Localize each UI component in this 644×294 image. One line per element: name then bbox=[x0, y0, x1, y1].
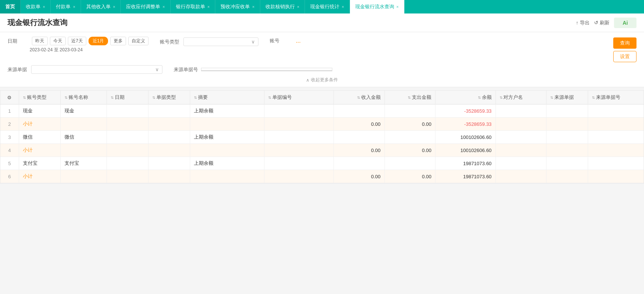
close-icon[interactable]: × bbox=[207, 4, 210, 9]
cell-doc-no bbox=[264, 157, 333, 170]
nav-item-4[interactable]: 银行存取款单 × bbox=[171, 0, 215, 13]
th-date[interactable]: ⇅ 日期 bbox=[107, 91, 149, 104]
th-expense[interactable]: ⇅ 支出金额 bbox=[384, 91, 435, 104]
cell-acct-type: 小计 bbox=[19, 118, 60, 131]
th-counterparty[interactable]: ⇅ 对方户名 bbox=[495, 91, 546, 104]
nav-item-1[interactable]: 付款单 × bbox=[51, 0, 81, 13]
cell-doc-no bbox=[264, 170, 333, 183]
table-row[interactable]: 2 小计 0.00 0.00 -3528659.33 bbox=[0, 118, 644, 131]
date-custom[interactable]: 自定义 bbox=[128, 37, 149, 45]
cell-index: 2 bbox=[0, 118, 19, 131]
date-7days[interactable]: 近7天 bbox=[68, 37, 86, 45]
cell-src-doc-no bbox=[588, 144, 644, 157]
date-1month[interactable]: 近1月 bbox=[89, 37, 108, 45]
table-row[interactable]: 5 支付宝 支付宝 上期余额 19871073.60 bbox=[0, 157, 644, 170]
cell-doc-type bbox=[149, 118, 190, 131]
query-button[interactable]: 查询 bbox=[613, 37, 636, 49]
close-icon[interactable]: × bbox=[73, 4, 75, 9]
nav-item-2[interactable]: 其他收入单 × bbox=[81, 0, 121, 13]
cell-expense: 0.00 bbox=[384, 170, 435, 183]
refresh-button[interactable]: ↺ 刷新 bbox=[594, 19, 609, 26]
th-summary[interactable]: ⇅ 摘要 bbox=[190, 91, 264, 104]
source-doc-select[interactable]: ∨ bbox=[31, 65, 162, 74]
cell-src-doc-no bbox=[588, 131, 644, 144]
nav-home[interactable]: 首页 bbox=[0, 0, 21, 13]
chevron-down-icon: ∨ bbox=[251, 39, 255, 45]
nav-item-5[interactable]: 预收冲应收单 × bbox=[215, 0, 260, 13]
close-icon[interactable]: × bbox=[113, 4, 115, 9]
refresh-icon: ↺ bbox=[594, 20, 598, 25]
cell-balance: -3528659.33 bbox=[435, 118, 495, 131]
cell-counterparty bbox=[495, 144, 546, 157]
close-icon[interactable]: × bbox=[162, 4, 165, 9]
cell-acct-type: 小计 bbox=[19, 170, 60, 183]
th-gear[interactable]: ⚙ bbox=[0, 91, 19, 104]
sort-icon: ⇅ bbox=[408, 96, 412, 100]
nav-item-6[interactable]: 收款核销执行 × bbox=[260, 0, 305, 13]
cell-income bbox=[333, 104, 384, 118]
ai-badge[interactable]: Ai bbox=[614, 18, 636, 28]
cell-doc-type bbox=[149, 157, 190, 170]
cell-counterparty bbox=[495, 104, 546, 118]
date-yesterday[interactable]: 昨天 bbox=[32, 37, 48, 45]
th-src-doc[interactable]: ⇅ 来源单据 bbox=[546, 91, 588, 104]
cell-counterparty bbox=[495, 131, 546, 144]
source-doc-no-input[interactable] bbox=[201, 68, 332, 71]
cell-date bbox=[107, 157, 149, 170]
sort-icon: ⇅ bbox=[478, 96, 482, 100]
cell-acct-type: 支付宝 bbox=[19, 157, 60, 170]
cell-acct-type: 微信 bbox=[19, 131, 60, 144]
cell-counterparty bbox=[495, 170, 546, 183]
gear-icon[interactable]: ⚙ bbox=[7, 95, 12, 100]
date-today[interactable]: 今天 bbox=[50, 37, 66, 45]
date-more[interactable]: 更多 bbox=[110, 37, 126, 45]
th-doc-type[interactable]: ⇅ 单据类型 bbox=[149, 91, 190, 104]
nav-item-3[interactable]: 应收应付调整单 × bbox=[121, 0, 170, 13]
cell-src-doc bbox=[546, 104, 588, 118]
acct-type-select[interactable]: ∨ bbox=[183, 37, 258, 46]
cell-src-doc-no bbox=[588, 157, 644, 170]
th-doc-no[interactable]: ⇅ 单据编号 bbox=[264, 91, 333, 104]
close-icon[interactable]: × bbox=[396, 4, 399, 9]
table-header-row: ⚙ ⇅ 账号类型 ⇅ 账号名称 ⇅ 日期 ⇅ 单据类型 ⇅ 摘要 bbox=[0, 91, 644, 104]
cell-acct-name: 现金 bbox=[60, 104, 107, 118]
close-icon[interactable]: × bbox=[252, 4, 254, 9]
th-income[interactable]: ⇅ 收入金额 bbox=[333, 91, 384, 104]
th-src-doc-no[interactable]: ⇅ 来源单据号 bbox=[588, 91, 644, 104]
table-container: ⚙ ⇅ 账号类型 ⇅ 账号名称 ⇅ 日期 ⇅ 单据类型 ⇅ 摘要 bbox=[0, 90, 644, 184]
table-row[interactable]: 1 现金 现金 上期余额 -3528659.33 bbox=[0, 104, 644, 118]
cell-summary bbox=[190, 144, 264, 157]
cell-summary bbox=[190, 118, 264, 131]
cell-summary: 上期余额 bbox=[190, 131, 264, 144]
cell-summary: 上期余额 bbox=[190, 104, 264, 118]
cell-acct-name bbox=[60, 118, 107, 131]
th-acct-name[interactable]: ⇅ 账号名称 bbox=[60, 91, 107, 104]
cell-acct-name bbox=[60, 170, 107, 183]
settings-button[interactable]: 设置 bbox=[613, 51, 636, 62]
cell-acct-type: 现金 bbox=[19, 104, 60, 118]
th-balance[interactable]: ⇅ 余额 bbox=[435, 91, 495, 104]
top-nav: 首页 收款单 × 付款单 × 其他收入单 × 应收应付调整单 × 银行存取款单 … bbox=[0, 0, 644, 13]
close-icon[interactable]: × bbox=[297, 4, 299, 9]
sort-icon: ⇅ bbox=[152, 96, 156, 100]
acct-no-label: 账号 bbox=[270, 37, 290, 44]
cell-summary: 上期余额 bbox=[190, 157, 264, 170]
sort-icon: ⇅ bbox=[550, 96, 554, 100]
nav-item-8[interactable]: 现金银行流水查询 × bbox=[350, 0, 404, 13]
nav-item-7[interactable]: 现金银行统计 × bbox=[305, 0, 350, 13]
th-acct-type[interactable]: ⇅ 账号类型 bbox=[19, 91, 60, 104]
table-row[interactable]: 4 小计 0.00 0.00 100102606.60 bbox=[0, 144, 644, 157]
collapse-icon: ∧ bbox=[306, 78, 309, 83]
page-header: 现金银行流水查询 ↑ 导出 ↺ 刷新 Ai bbox=[0, 13, 644, 32]
table-row[interactable]: 3 微信 微信 上期余额 100102606.60 bbox=[0, 131, 644, 144]
cell-date bbox=[107, 144, 149, 157]
nav-item-0[interactable]: 收款单 × bbox=[21, 0, 51, 13]
date-filter-label: 日期 bbox=[8, 38, 28, 45]
collapse-bar[interactable]: ∧ 收起更多条件 bbox=[8, 75, 636, 84]
dots-button[interactable]: ... bbox=[296, 37, 300, 44]
export-button[interactable]: ↑ 导出 bbox=[576, 19, 590, 26]
cell-doc-type bbox=[149, 104, 190, 118]
table-row[interactable]: 6 小计 0.00 0.00 19871073.60 bbox=[0, 170, 644, 183]
close-icon[interactable]: × bbox=[43, 4, 45, 9]
close-icon[interactable]: × bbox=[342, 4, 344, 9]
